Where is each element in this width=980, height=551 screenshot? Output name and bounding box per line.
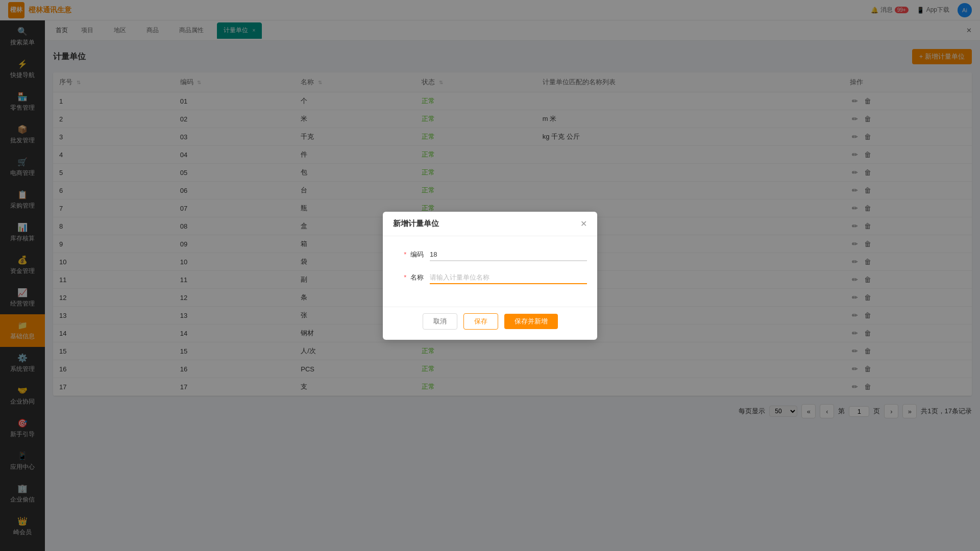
form-row-name: * 名称 <box>393 271 587 284</box>
name-label-text: 名称 <box>410 273 424 281</box>
code-required-mark: * <box>404 251 406 258</box>
modal-footer: 取消 保存 保存并新增 <box>383 307 597 340</box>
name-label: * 名称 <box>393 273 424 282</box>
modal-body: * 编码 * 名称 <box>383 236 597 307</box>
name-input[interactable] <box>430 271 587 284</box>
code-label-text: 编码 <box>410 251 424 258</box>
name-required-mark: * <box>404 273 406 281</box>
modal-close-btn[interactable]: ✕ <box>580 219 587 229</box>
save-new-button[interactable]: 保存并新增 <box>504 314 558 329</box>
form-row-code: * 编码 <box>393 248 587 261</box>
modal-overlay[interactable]: 新增计量单位 ✕ * 编码 * 名称 取消 保存 保存并新增 <box>0 0 980 551</box>
code-input[interactable] <box>430 248 587 261</box>
cancel-button[interactable]: 取消 <box>423 313 457 330</box>
code-label: * 编码 <box>393 250 424 259</box>
modal-header: 新增计量单位 ✕ <box>383 212 597 236</box>
save-button[interactable]: 保存 <box>463 313 498 330</box>
add-unit-modal: 新增计量单位 ✕ * 编码 * 名称 取消 保存 保存并新增 <box>383 212 597 340</box>
modal-title: 新增计量单位 <box>393 219 439 229</box>
